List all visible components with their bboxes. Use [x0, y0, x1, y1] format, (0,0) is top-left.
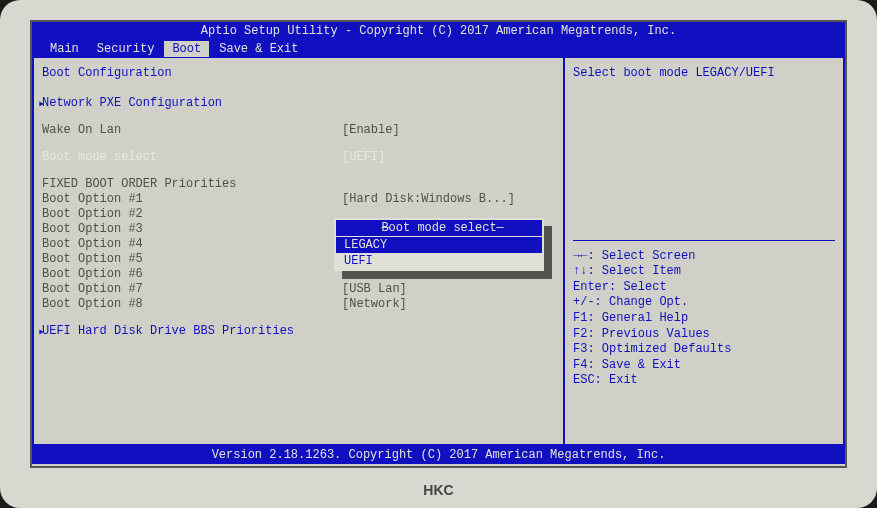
footer-text: Version 2.18.1263. Copyright (C) 2017 Am… — [212, 448, 666, 462]
help-key-4: F1: General Help — [573, 311, 835, 327]
monitor-bezel: Aptio Setup Utility - Copyright (C) 2017… — [0, 0, 877, 508]
wake-on-lan-label: Wake On Lan — [42, 123, 342, 137]
help-divider — [573, 240, 835, 241]
submenu-arrow-icon: ▸ — [38, 324, 45, 339]
content-area: Boot Configuration ▸ Network PXE Configu… — [32, 58, 845, 446]
popup-title: Boot mode select — [336, 220, 542, 237]
fixed-boot-order-header: FIXED BOOT ORDER Priorities — [42, 177, 555, 191]
help-key-7: F4: Save & Exit — [573, 358, 835, 374]
help-key-3: +/-: Change Opt. — [573, 295, 835, 311]
submenu-arrow-icon: ▸ — [38, 96, 45, 111]
help-key-8: ESC: Exit — [573, 373, 835, 389]
popup-option-uefi[interactable]: UEFI — [336, 253, 542, 269]
network-pxe-label: Network PXE Configuration — [42, 96, 342, 110]
boot-config-header: Boot Configuration — [42, 66, 555, 80]
boot-mode-row[interactable]: Boot mode select [UEFI] — [42, 150, 555, 164]
header-title-bar: Aptio Setup Utility - Copyright (C) 2017… — [32, 22, 845, 40]
menu-boot[interactable]: Boot — [164, 41, 209, 57]
boot-option-8[interactable]: Boot Option #8 [Network] — [42, 297, 555, 311]
monitor-brand: HKC — [423, 482, 453, 498]
bios-screen: Aptio Setup Utility - Copyright (C) 2017… — [30, 20, 847, 468]
help-description: Select boot mode LEGACY/UEFI — [573, 66, 835, 82]
help-key-1: ↑↓: Select Item — [573, 264, 835, 280]
boot-option-1[interactable]: Boot Option #1 [Hard Disk:Windows B...] — [42, 192, 555, 206]
uefi-hdd-bbs[interactable]: ▸ UEFI Hard Disk Drive BBS Priorities — [42, 324, 555, 338]
boot-option-7[interactable]: Boot Option #7 [USB Lan] — [42, 282, 555, 296]
menu-save-exit[interactable]: Save & Exit — [211, 41, 306, 57]
footer-bar: Version 2.18.1263. Copyright (C) 2017 Am… — [32, 446, 845, 464]
help-key-5: F2: Previous Values — [573, 327, 835, 343]
boot-mode-popup: Boot mode select LEGACY UEFI — [334, 218, 544, 271]
help-panel: Select boot mode LEGACY/UEFI →←: Select … — [565, 58, 845, 446]
menu-bar: Main Security Boot Save & Exit — [32, 40, 845, 58]
menu-security[interactable]: Security — [89, 41, 163, 57]
network-pxe-config[interactable]: ▸ Network PXE Configuration — [42, 96, 555, 110]
left-panel: Boot Configuration ▸ Network PXE Configu… — [32, 58, 565, 446]
menu-main[interactable]: Main — [42, 41, 87, 57]
header-title: Aptio Setup Utility - Copyright (C) 2017… — [201, 24, 676, 38]
help-key-0: →←: Select Screen — [573, 249, 835, 265]
boot-mode-value: [UEFI] — [342, 150, 385, 164]
boot-mode-label: Boot mode select — [42, 150, 342, 164]
wake-on-lan-row[interactable]: Wake On Lan [Enable] — [42, 123, 555, 137]
wake-on-lan-value: [Enable] — [342, 123, 400, 137]
help-key-2: Enter: Select — [573, 280, 835, 296]
popup-option-legacy[interactable]: LEGACY — [336, 237, 542, 253]
help-key-6: F3: Optimized Defaults — [573, 342, 835, 358]
